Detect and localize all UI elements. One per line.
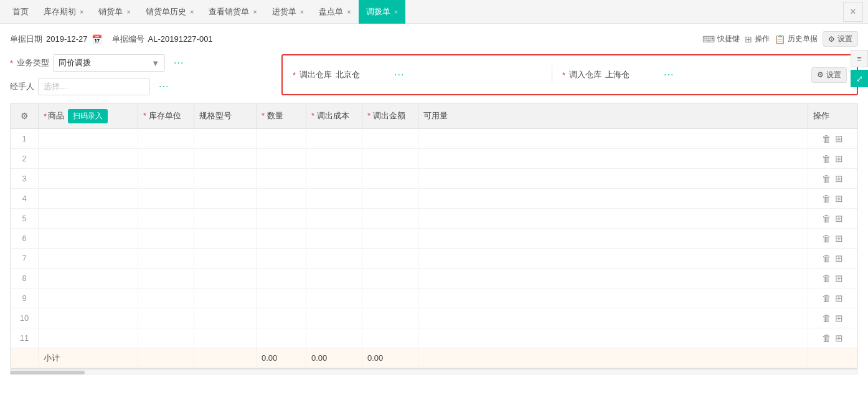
date-label: 单据日期 — [10, 34, 42, 45]
business-type-value: 同价调拨 — [59, 57, 91, 69]
settings-button[interactable]: ⚙ 设置 — [823, 31, 858, 47]
copy-icon-2[interactable]: ⊞ — [835, 153, 843, 164]
delete-icon-10[interactable]: 🗑 — [822, 313, 831, 323]
delete-icon-5[interactable]: 🗑 — [822, 213, 831, 224]
window-close-button[interactable]: × — [843, 2, 863, 22]
agent-placeholder: 选择... — [44, 81, 67, 92]
tab-close-view-sales[interactable]: × — [253, 8, 257, 16]
row-cost-1[interactable] — [306, 129, 362, 149]
scroll-thumb[interactable] — [10, 371, 85, 374]
tab-close-inventory-check[interactable]: × — [347, 8, 351, 16]
row-spec-1[interactable] — [194, 129, 257, 149]
transfer-in-value: 上海仓 — [605, 69, 655, 80]
th-product: * 商品 扫码录入 — [39, 103, 138, 129]
sidebar-expand-button[interactable]: ⤢ — [851, 70, 868, 87]
table-row: 3 🗑⊞ — [11, 169, 857, 189]
tab-purchase-order[interactable]: 进货单 × — [265, 0, 311, 24]
table-gear-button[interactable]: ⚙ — [16, 107, 33, 125]
delete-icon-3[interactable]: 🗑 — [822, 173, 831, 184]
dropdown-icon: ▼ — [151, 59, 159, 68]
copy-icon-4[interactable]: ⊞ — [835, 193, 843, 204]
copy-icon-8[interactable]: ⊞ — [835, 273, 843, 284]
copy-icon-11[interactable]: ⊞ — [835, 333, 843, 344]
copy-icon-7[interactable]: ⊞ — [835, 253, 843, 264]
tab-close-transfer[interactable]: × — [394, 8, 398, 16]
calendar-icon[interactable]: 📅 — [92, 34, 102, 44]
items-table: ⚙ * 商品 扫码录入 * 库存单位 规格型号 — [11, 103, 857, 368]
row-product-1[interactable] — [39, 129, 138, 149]
history-icon: 📋 — [775, 34, 785, 44]
delete-icon-7[interactable]: 🗑 — [822, 253, 831, 264]
date-field: 单据日期 2019-12-27 📅 — [10, 34, 102, 45]
row-unit-1[interactable] — [138, 129, 194, 149]
warehouse-divider — [552, 65, 552, 84]
tab-close-sales-order[interactable]: × — [126, 8, 130, 16]
tab-close-inventory-init[interactable]: × — [80, 8, 83, 16]
agent-more[interactable]: ··· — [159, 81, 169, 92]
agent-label: 经手人 — [10, 81, 34, 92]
row-qty-1[interactable] — [257, 129, 306, 149]
copy-icon-1[interactable]: ⊞ — [835, 133, 843, 145]
copy-icon-3[interactable]: ⊞ — [835, 173, 843, 184]
subtotal-label: 小计 — [39, 348, 138, 368]
tab-close-purchase-order[interactable]: × — [300, 8, 304, 16]
copy-icon-5[interactable]: ⊞ — [835, 213, 843, 224]
table-row: 8 🗑⊞ — [11, 269, 857, 288]
table-row: 5 🗑⊞ — [11, 209, 857, 229]
delete-icon-11[interactable]: 🗑 — [822, 333, 831, 343]
delete-icon-1[interactable]: 🗑 — [822, 133, 831, 144]
horizontal-scrollbar[interactable] — [10, 369, 858, 375]
shortcuts-button[interactable]: ⌨ 快捷键 — [702, 34, 740, 44]
th-amount: * 调出金额 — [362, 103, 418, 129]
agent-select[interactable]: 选择... — [38, 78, 150, 95]
tab-close-sales-history[interactable]: × — [190, 8, 194, 16]
delete-icon-9[interactable]: 🗑 — [822, 293, 831, 303]
sidebar-list-button[interactable]: ≡ — [851, 50, 868, 67]
transfer-in-more[interactable]: ··· — [664, 69, 674, 80]
settings-icon: ⚙ — [828, 35, 835, 44]
history-button[interactable]: 📋 历史单据 — [775, 34, 818, 44]
subtotal-row: 小计 0.00 0.00 0.00 — [11, 348, 857, 368]
subtotal-qty: 0.00 — [257, 348, 306, 368]
th-available: 可用量 — [418, 103, 808, 129]
business-type-more[interactable]: ··· — [174, 57, 184, 69]
th-unit: * 库存单位 — [138, 103, 194, 129]
row-num-1: 1 — [11, 129, 39, 149]
row-action-1: 🗑 ⊞ — [808, 129, 857, 149]
tab-bar: 首页 库存期初 × 销货单 × 销货单历史 × 查看销货单 × 进货单 × 盘点… — [0, 0, 868, 24]
delete-icon-4[interactable]: 🗑 — [822, 193, 831, 204]
required-star-in: * — [562, 70, 565, 80]
doc-num-value: AL-20191227-001 — [148, 34, 213, 44]
delete-icon-2[interactable]: 🗑 — [822, 153, 831, 164]
tab-transfer[interactable]: 调拨单 × — [359, 0, 405, 24]
tab-inventory-check[interactable]: 盘点单 × — [311, 0, 358, 24]
th-action: 操作 — [808, 103, 857, 129]
tab-home[interactable]: 首页 — [5, 0, 36, 24]
delete-icon-8[interactable]: 🗑 — [822, 273, 831, 283]
tab-sales-order[interactable]: 销货单 × — [91, 0, 138, 24]
header-row: 单据日期 2019-12-27 📅 单据编号 AL-20191227-001 ⌨… — [10, 31, 858, 47]
tab-inventory-init[interactable]: 库存期初 × — [36, 0, 91, 24]
required-star-out: * — [293, 70, 296, 80]
tab-sales-history[interactable]: 销货单历史 × — [138, 0, 201, 24]
transfer-out-group: * 调出仓库 北京仓 ··· — [293, 69, 542, 80]
main-content: 单据日期 2019-12-27 📅 单据编号 AL-20191227-001 ⌨… — [0, 24, 868, 383]
tab-view-sales[interactable]: 查看销货单 × — [201, 0, 264, 24]
transfer-out-more[interactable]: ··· — [394, 69, 404, 80]
row-amount-1[interactable] — [362, 129, 418, 149]
required-star-1: * — [10, 59, 13, 68]
table-header-row: ⚙ * 商品 扫码录入 * 库存单位 规格型号 — [11, 103, 857, 129]
copy-icon-9[interactable]: ⊞ — [835, 293, 843, 304]
table-row: 4 🗑⊞ — [11, 189, 857, 209]
copy-icon-10[interactable]: ⊞ — [835, 313, 843, 324]
business-type-select[interactable]: 同价调拨 ▼ — [53, 54, 165, 72]
agent-field: 经手人 选择... ··· — [10, 78, 271, 95]
delete-icon-6[interactable]: 🗑 — [822, 233, 831, 244]
box-settings-icon: ⚙ — [817, 70, 824, 79]
operations-button[interactable]: ⊞ 操作 — [745, 34, 770, 44]
th-qty: * 数量 — [257, 103, 306, 129]
business-type-field: * 业务类型 同价调拨 ▼ ··· — [10, 54, 271, 72]
box-settings-button[interactable]: ⚙ 设置 — [811, 67, 847, 83]
copy-icon-6[interactable]: ⊞ — [835, 233, 843, 244]
scan-button[interactable]: 扫码录入 — [68, 109, 108, 123]
